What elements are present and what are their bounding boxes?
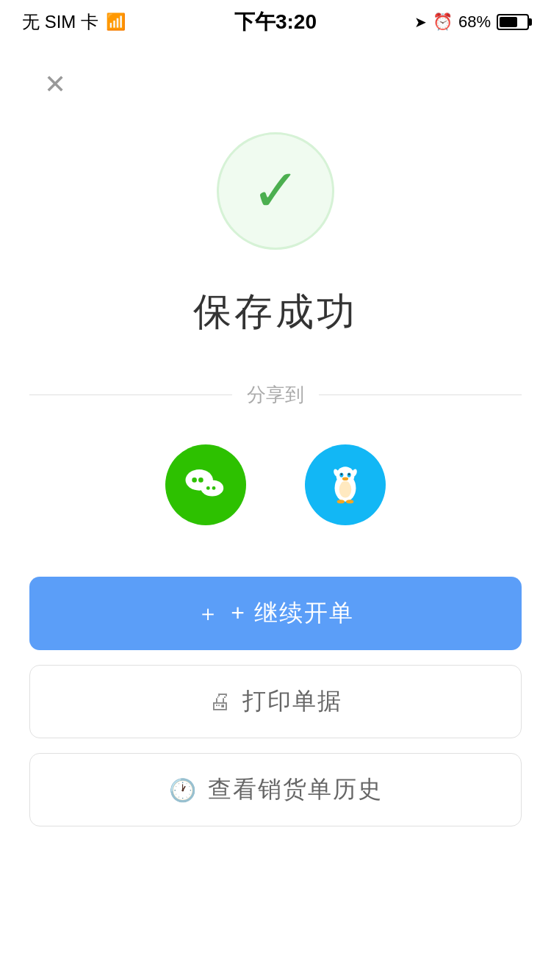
no-sim-text: 无 SIM 卡 (22, 10, 98, 34)
alarm-icon: ⏰ (433, 12, 453, 32)
wechat-share-button[interactable] (165, 444, 246, 525)
svg-point-13 (337, 500, 345, 503)
status-bar: 无 SIM 卡 📶 下午3:20 ➤ ⏰ 68% (0, 0, 551, 44)
location-icon: ➤ (414, 13, 427, 31)
close-button[interactable]: ✕ (37, 66, 73, 103)
svg-point-11 (348, 473, 350, 475)
success-title: 保存成功 (193, 287, 358, 338)
close-area: ✕ (0, 44, 551, 110)
history-label: 查看销货单历史 (208, 774, 383, 806)
print-button[interactable]: 🖨 打印单据 (29, 665, 522, 738)
success-circle: ✓ (217, 132, 334, 250)
divider-right (319, 394, 522, 395)
svg-point-1 (192, 478, 197, 483)
plus-icon: ＋ (197, 599, 219, 629)
share-label: 分享到 (247, 382, 304, 408)
battery-icon (497, 14, 529, 30)
svg-point-5 (212, 486, 216, 490)
svg-point-15 (339, 481, 352, 498)
svg-point-4 (206, 486, 210, 490)
wifi-icon: 📶 (106, 12, 126, 32)
qq-icon (323, 462, 368, 508)
status-right: ➤ ⏰ 68% (414, 12, 529, 32)
action-buttons: ＋ + 继续开单 🖨 打印单据 🕐 查看销货单历史 (29, 577, 522, 826)
status-left: 无 SIM 卡 📶 (22, 10, 126, 34)
svg-point-12 (342, 477, 348, 480)
continue-button[interactable]: ＋ + 继续开单 (29, 577, 522, 650)
main-content: ✓ 保存成功 分享到 (0, 110, 551, 980)
printer-icon: 🖨 (209, 689, 231, 714)
svg-point-2 (198, 478, 204, 483)
svg-point-9 (341, 473, 342, 475)
battery-icon-container (497, 14, 529, 30)
qq-share-button[interactable] (305, 444, 386, 525)
svg-point-14 (346, 500, 353, 503)
divider-left (29, 394, 232, 395)
checkmark-icon: ✓ (251, 162, 300, 220)
share-section: 分享到 (29, 382, 522, 533)
wechat-icon (181, 461, 230, 509)
close-icon: ✕ (44, 71, 66, 98)
status-time: 下午3:20 (234, 8, 317, 36)
clock-icon: 🕐 (169, 777, 196, 803)
battery-percent: 68% (458, 12, 491, 32)
share-icons-container (29, 444, 522, 525)
history-button[interactable]: 🕐 查看销货单历史 (29, 753, 522, 826)
continue-label: + 继续开单 (231, 597, 354, 630)
battery-fill (500, 17, 517, 27)
print-label: 打印单据 (242, 685, 342, 718)
share-divider: 分享到 (29, 382, 522, 408)
